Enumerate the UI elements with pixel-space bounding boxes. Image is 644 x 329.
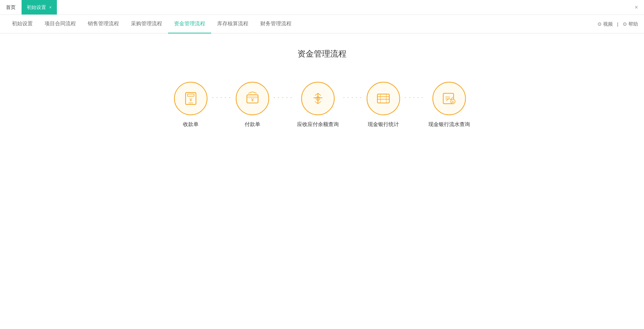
tab-inventory[interactable]: 库存核算流程 <box>211 15 254 33</box>
tab-purchase[interactable]: 采购管理流程 <box>125 15 168 33</box>
top-bar: 首页 初始设置 × × <box>0 0 644 15</box>
receipt-icon: ¥ <box>183 90 199 107</box>
help-link[interactable]: ⊙ 帮助 <box>623 21 638 28</box>
tab-close-button[interactable]: × <box>49 5 52 10</box>
tab-capital[interactable]: 资金管理流程 <box>168 15 211 33</box>
payment-icon-circle: ¥ <box>236 82 269 115</box>
balance-icon-circle: ¥ <box>301 82 335 115</box>
arrow-2: - - - - - <box>269 95 297 115</box>
nav-tabs: 初始设置 项目合同流程 销售管理流程 采购管理流程 资金管理流程 库存核算流程 … <box>0 15 644 33</box>
transaction-icon-circle: ⊕ <box>432 82 466 115</box>
active-tab-label: 初始设置 <box>27 4 46 11</box>
tab-initial[interactable]: 初始设置 <box>6 15 39 33</box>
video-label: 视频 <box>603 21 613 28</box>
help-video-link[interactable]: ⊙ 视频 <box>598 21 613 28</box>
transaction-icon: ⊕ <box>441 90 457 107</box>
flow-item-receipt[interactable]: ¥ 收款单 <box>174 82 207 128</box>
flow-item-payment[interactable]: ¥ 付款单 <box>236 82 269 128</box>
nav-divider: | <box>617 21 618 27</box>
svg-rect-1 <box>187 94 194 96</box>
main-content: 资金管理流程 ¥ 收款单 - - - - - ¥ <box>0 33 644 143</box>
arrow-1: - - - - - <box>207 95 235 115</box>
flow-item-transaction[interactable]: ⊕ 现金银行流水查询 <box>428 82 470 128</box>
tab-sales[interactable]: 销售管理流程 <box>82 15 125 33</box>
svg-text:⊕: ⊕ <box>451 100 454 104</box>
payment-icon: ¥ <box>244 90 261 107</box>
receipt-icon-circle: ¥ <box>174 82 207 115</box>
balance-icon: ¥ <box>310 90 326 107</box>
help-icon: ⊙ <box>623 21 627 27</box>
flow-row: ¥ 收款单 - - - - - ¥ 付款单 - - - - - <box>7 82 637 128</box>
cashbank-label: 现金银行统计 <box>368 121 399 128</box>
help-label: 帮助 <box>628 21 638 28</box>
tab-finance[interactable]: 财务管理流程 <box>254 15 297 33</box>
cashbank-icon <box>375 90 392 107</box>
transaction-label: 现金银行流水查询 <box>428 121 470 128</box>
svg-text:¥: ¥ <box>251 97 254 103</box>
flow-item-cashbank[interactable]: 现金银行统计 <box>367 82 400 128</box>
balance-label: 应收应付余额查询 <box>297 121 339 128</box>
cashbank-icon-circle <box>367 82 400 115</box>
receipt-label: 收款单 <box>183 121 199 128</box>
svg-text:¥: ¥ <box>316 97 319 101</box>
arrow-4: - - - - - <box>400 95 428 115</box>
arrow-3: - - - - - <box>339 95 367 115</box>
home-tab[interactable]: 首页 <box>0 0 22 14</box>
tab-project[interactable]: 项目合同流程 <box>39 15 82 33</box>
active-tab[interactable]: 初始设置 × <box>22 0 57 14</box>
payment-label: 付款单 <box>245 121 260 128</box>
svg-text:¥: ¥ <box>189 97 193 103</box>
nav-right: ⊙ 视频 | ⊙ 帮助 <box>598 21 638 28</box>
window-close-button[interactable]: × <box>635 4 638 11</box>
flow-item-balance[interactable]: ¥ 应收应付余额查询 <box>297 82 339 128</box>
top-bar-right: × <box>635 4 644 11</box>
video-icon: ⊙ <box>598 21 602 27</box>
svg-rect-8 <box>377 94 389 103</box>
page-title: 资金管理流程 <box>7 48 637 59</box>
